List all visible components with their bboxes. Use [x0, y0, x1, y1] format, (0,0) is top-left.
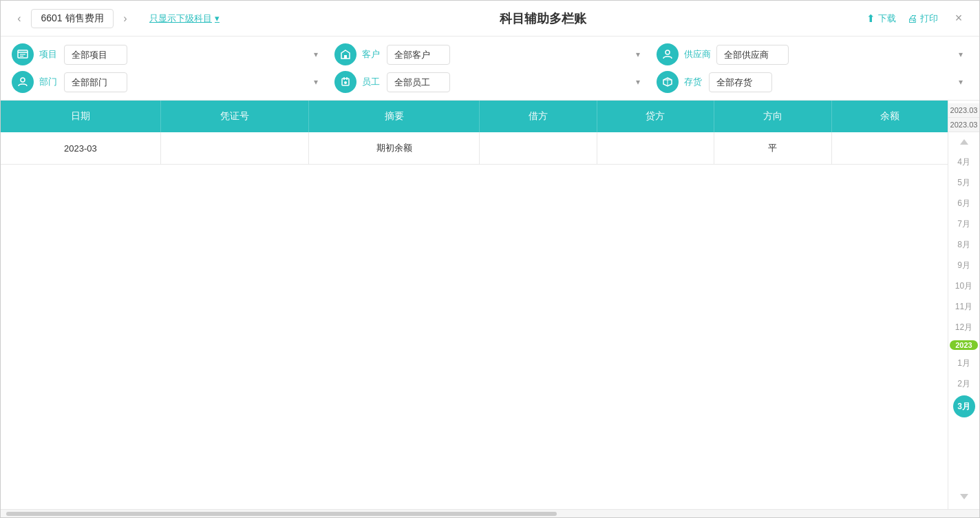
next-account-button[interactable]: › [118, 11, 133, 26]
month-item[interactable]: 7月 [948, 214, 979, 234]
page-title: 科目辅助多栏账 [231, 10, 855, 27]
year-badge[interactable]: 2023 [950, 340, 977, 350]
employee-select-wrap: 全部员工 [387, 72, 646, 92]
filter-row-1: 项目 全部项目 客户 全部客户 [12, 43, 968, 65]
employee-icon [334, 71, 356, 93]
project-select[interactable]: 全部项目 [64, 45, 127, 65]
filter-project: 项目 全部项目 [12, 43, 323, 65]
col-summary: 摘要 [309, 101, 480, 132]
cell-balance [831, 132, 948, 165]
col-direction: 方向 [714, 101, 832, 132]
main-window: ‹ 6601 销售费用 › 只显示下级科目 ▾ 科目辅助多栏账 ⬆ 下载 🖨 打… [0, 0, 980, 518]
cell-debit [480, 132, 597, 165]
supplier-icon [657, 43, 679, 65]
main-content: 日期 凭证号 摘要 借方 贷方 方向 余额 2023-03期初余额平 2023.… [1, 101, 979, 509]
cell-voucher [160, 132, 309, 165]
filter-dept: 部门 全部部门 [12, 71, 323, 93]
table-area[interactable]: 日期 凭证号 摘要 借方 贷方 方向 余额 2023-03期初余额平 [1, 101, 948, 509]
svg-point-10 [344, 81, 347, 84]
customer-select[interactable]: 全部客户 [387, 45, 450, 65]
employee-select[interactable]: 全部员工 [387, 72, 450, 92]
scrollbar-thumb[interactable] [6, 512, 557, 516]
sidebar-header-2[interactable]: 2023.03 [948, 118, 979, 132]
filter-employee: 员工 全部员工 [334, 71, 646, 93]
filter-row-2: 部门 全部部门 员工 [12, 71, 968, 93]
project-select-wrap: 全部项目 [64, 45, 323, 65]
filter-inventory: 存货 全部存货 [657, 71, 968, 93]
month-item[interactable]: 4月 [948, 152, 979, 172]
data-table: 日期 凭证号 摘要 借方 贷方 方向 余额 2023-03期初余额平 [1, 101, 948, 165]
filter-supplier: 供应商 全部供应商 [657, 43, 968, 65]
col-voucher: 凭证号 [160, 101, 309, 132]
supplier-select[interactable]: 全部供应商 [716, 45, 789, 65]
table-row[interactable]: 2023-03期初余额平 [1, 132, 948, 165]
col-credit: 贷方 [597, 101, 714, 132]
prev-account-button[interactable]: ‹ [12, 11, 27, 26]
project-icon [12, 43, 34, 65]
cell-date: 2023-03 [1, 132, 160, 165]
supplier-select-wrap: 全部供应商 [716, 45, 968, 65]
month-item-active[interactable]: 3月 [953, 395, 975, 417]
col-balance: 余额 [831, 101, 948, 132]
svg-point-6 [21, 78, 25, 82]
month-item[interactable]: 9月 [948, 255, 979, 276]
customer-icon [334, 43, 356, 65]
svg-point-5 [665, 50, 670, 54]
svg-rect-4 [344, 55, 347, 59]
account-code-label: 6601 销售费用 [31, 9, 114, 28]
chevron-down-icon: ▾ [215, 13, 220, 23]
month-list: 4月5月6月7月8月9月10月11月12月20231月2月3月 [948, 152, 979, 487]
filter-area: 项目 全部项目 客户 全部客户 [1, 37, 979, 101]
inventory-icon [657, 71, 679, 93]
month-item[interactable]: 1月 [948, 353, 979, 373]
print-button[interactable]: 🖨 打印 [907, 12, 938, 25]
svg-marker-12 [960, 494, 968, 499]
month-item[interactable]: 12月 [948, 317, 979, 338]
sidebar-scroll-down[interactable] [952, 487, 977, 506]
col-date: 日期 [1, 101, 160, 132]
show-sub-select[interactable]: 只显示下级科目 ▾ [149, 12, 220, 25]
top-actions: ⬆ 下载 🖨 打印 [866, 12, 938, 25]
col-debit: 借方 [480, 101, 597, 132]
inventory-label: 存货 [684, 76, 703, 88]
month-item[interactable]: 8月 [948, 234, 979, 255]
cell-credit [597, 132, 714, 165]
download-button[interactable]: ⬆ 下载 [866, 12, 896, 25]
cell-summary: 期初余额 [309, 132, 480, 165]
close-button[interactable]: × [949, 9, 968, 28]
account-nav: ‹ 6601 销售费用 › [12, 9, 133, 28]
customer-label: 客户 [362, 48, 381, 61]
show-sub-label: 只显示下级科目 [149, 12, 212, 25]
sidebar-scroll-up[interactable] [952, 132, 977, 152]
right-sidebar: 2023.03 2023.03 4月5月6月7月8月9月10月11月12月202… [948, 101, 979, 509]
supplier-label: 供应商 [684, 48, 711, 61]
dept-select[interactable]: 全部部门 [64, 72, 127, 92]
cell-direction: 平 [714, 132, 832, 165]
download-icon: ⬆ [866, 12, 875, 25]
dept-select-wrap: 全部部门 [64, 72, 323, 92]
download-label: 下载 [878, 12, 896, 25]
month-item[interactable]: 2月 [948, 373, 979, 394]
inventory-select-wrap: 全部存货 [709, 72, 968, 92]
print-label: 打印 [920, 12, 938, 25]
dept-label: 部门 [39, 76, 58, 88]
svg-marker-11 [960, 139, 968, 145]
sidebar-header-1[interactable]: 2023.03 [948, 103, 979, 118]
month-item[interactable]: 10月 [948, 276, 979, 296]
inventory-select[interactable]: 全部存货 [709, 72, 772, 92]
dept-icon [12, 71, 34, 93]
top-bar: ‹ 6601 销售费用 › 只显示下级科目 ▾ 科目辅助多栏账 ⬆ 下载 🖨 打… [1, 1, 979, 37]
filter-customer: 客户 全部客户 [334, 43, 646, 65]
print-icon: 🖨 [907, 12, 917, 24]
customer-select-wrap: 全部客户 [387, 45, 646, 65]
project-label: 项目 [39, 48, 58, 61]
horizontal-scrollbar[interactable] [1, 509, 979, 517]
employee-label: 员工 [362, 76, 381, 88]
month-item[interactable]: 11月 [948, 296, 979, 317]
table-header-row: 日期 凭证号 摘要 借方 贷方 方向 余额 [1, 101, 948, 132]
month-item[interactable]: 5月 [948, 172, 979, 193]
month-item[interactable]: 6月 [948, 193, 979, 214]
